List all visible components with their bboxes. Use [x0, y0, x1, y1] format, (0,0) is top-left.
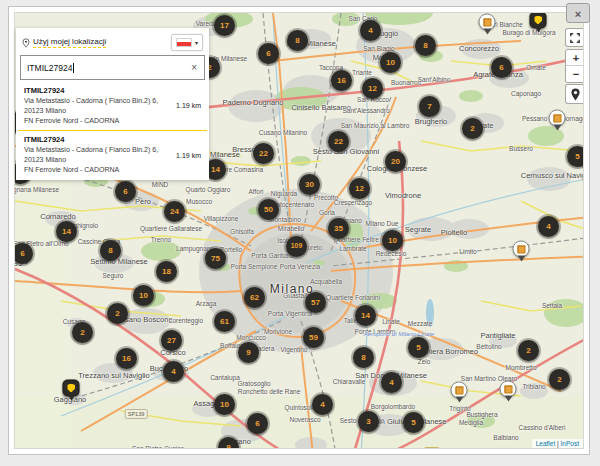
map-attribution: Leaflet | InPost: [532, 439, 583, 448]
locker-pin-marker[interactable]: [513, 240, 530, 257]
cluster-marker[interactable]: 10: [133, 285, 154, 306]
zoom-out-button[interactable]: −: [566, 66, 584, 82]
cluster-marker[interactable]: 5: [408, 337, 429, 358]
cluster-marker[interactable]: 4: [312, 394, 333, 415]
use-my-location-link[interactable]: Użyj mojej lokalizacji: [22, 37, 106, 48]
cluster-marker[interactable]: 4: [163, 361, 184, 382]
locker-pin-marker[interactable]: [549, 109, 566, 126]
pin-head: [63, 379, 80, 396]
map-town-label: Zelo: [418, 358, 431, 365]
cluster-marker[interactable]: 4: [538, 216, 559, 237]
cluster-marker[interactable]: 109: [286, 236, 307, 257]
cluster-marker[interactable]: 4: [381, 372, 402, 393]
cluster-marker[interactable]: 8: [287, 30, 308, 51]
cluster-marker[interactable]: 57: [305, 292, 326, 313]
cluster-marker[interactable]: 6: [258, 43, 279, 64]
cluster-marker[interactable]: 5: [403, 412, 424, 433]
cluster-marker[interactable]: 5: [567, 146, 584, 167]
zoom-in-button[interactable]: +: [566, 50, 584, 66]
cluster-count: 8: [108, 247, 112, 255]
cluster-marker[interactable]: 20: [385, 151, 406, 172]
cluster-count: 30: [305, 181, 314, 189]
search-result-item[interactable]: ITMIL27924 Via Metastasio - Cadorna ( Fi…: [18, 130, 207, 179]
locker-address: Via Metastasio - Cadorna ( Fianco Bin.2)…: [24, 96, 172, 125]
cluster-count: 59: [309, 334, 318, 342]
cluster-marker[interactable]: 50: [258, 199, 279, 220]
cluster-marker[interactable]: 2: [107, 303, 128, 324]
cluster-count: 5: [416, 344, 420, 352]
map-town-label: Segrate: [405, 225, 431, 234]
cluster-count: 6: [123, 188, 127, 196]
locker-pin-marker[interactable]: [479, 13, 496, 30]
cluster-marker[interactable]: 17: [214, 15, 235, 36]
cluster-marker[interactable]: 18: [156, 261, 177, 282]
map-town-label: Arzaga: [196, 300, 217, 307]
cluster-marker[interactable]: 59: [303, 327, 324, 348]
map-town-label: Moncucco: [236, 334, 266, 341]
map-town-label: Bettolino: [476, 343, 501, 350]
cluster-count: 6: [499, 64, 503, 72]
cluster-marker[interactable]: 16: [116, 348, 137, 369]
cluster-marker[interactable]: 2: [72, 322, 93, 343]
cluster-marker[interactable]: 30: [299, 174, 320, 195]
cluster-marker[interactable]: 8: [415, 35, 436, 56]
map-town-label: Pantigliate: [480, 331, 515, 340]
map-town-label: Porta Venezia: [280, 263, 320, 270]
locker-search-panel: Użyj mojej lokalizacji ▾ ITMIL27924 × IT…: [16, 28, 209, 180]
cluster-marker[interactable]: 12: [349, 178, 370, 199]
cluster-marker[interactable]: 27: [161, 330, 182, 351]
cluster-marker[interactable]: 7: [419, 96, 440, 117]
cluster-marker[interactable]: 22: [253, 143, 274, 164]
locker-pin-marker-dark[interactable]: [63, 379, 80, 396]
locker-pin-marker[interactable]: [500, 380, 517, 397]
cluster-marker[interactable]: 24: [164, 201, 185, 222]
map-town-label: Aeroporto di Milano-Linate: [364, 331, 434, 337]
provider-link[interactable]: InPost: [561, 440, 579, 447]
cluster-count: 5: [411, 419, 415, 427]
map-town-label: Bustighera: [466, 411, 497, 418]
locker-pin-marker[interactable]: [451, 381, 468, 398]
cluster-marker[interactable]: 6: [115, 181, 136, 202]
address-line-2: 20123 Milano: [24, 155, 172, 165]
cluster-marker[interactable]: 62: [244, 287, 265, 308]
cluster-count: 2: [80, 329, 84, 337]
cluster-count: 6: [255, 420, 259, 428]
fullscreen-button[interactable]: [565, 28, 584, 47]
cluster-marker[interactable]: 35: [328, 218, 349, 239]
cluster-marker[interactable]: 2: [462, 118, 483, 139]
cluster-marker[interactable]: 2: [518, 340, 539, 361]
cluster-marker[interactable]: 10: [380, 52, 401, 73]
show-locker-pins-button[interactable]: [565, 84, 584, 104]
cluster-count: 50: [264, 206, 273, 214]
cluster-marker[interactable]: 8: [100, 240, 121, 261]
cluster-count: 14: [211, 166, 220, 174]
cluster-marker[interactable]: 22: [328, 131, 349, 152]
parcel-locker-icon: [483, 18, 491, 26]
cluster-marker[interactable]: 6: [247, 413, 268, 434]
cluster-marker[interactable]: 8: [353, 347, 374, 368]
locker-search-input[interactable]: ITMIL27924 ×: [20, 55, 205, 80]
language-selector[interactable]: ▾: [171, 34, 203, 51]
cluster-marker[interactable]: 9: [238, 342, 259, 363]
pin-head: [530, 12, 547, 28]
cluster-marker[interactable]: 12: [362, 78, 383, 99]
cluster-marker[interactable]: 6: [14, 243, 33, 264]
cluster-marker[interactable]: 10: [214, 394, 235, 415]
cluster-marker[interactable]: 3: [358, 411, 379, 432]
zoom-control: + −: [565, 49, 584, 83]
clear-search-icon[interactable]: ×: [190, 62, 198, 73]
cluster-marker[interactable]: 16: [331, 70, 352, 91]
locker-pin-marker-dark[interactable]: [530, 12, 547, 28]
dialog-close-button[interactable]: ×: [566, 3, 590, 23]
search-result-item[interactable]: ITMIL27924 Via Metastasio - Cadorna ( Fi…: [18, 82, 207, 130]
cluster-marker[interactable]: 10: [382, 230, 403, 251]
cluster-marker[interactable]: 14: [56, 221, 77, 242]
cluster-marker[interactable]: 6: [491, 57, 512, 78]
leaflet-link[interactable]: Leaflet: [536, 440, 556, 447]
cluster-marker[interactable]: 4: [360, 20, 381, 41]
cluster-marker[interactable]: 2: [549, 369, 570, 390]
cluster-marker[interactable]: 14: [355, 305, 376, 326]
cluster-marker[interactable]: 75: [205, 248, 226, 269]
cluster-marker[interactable]: 61: [214, 311, 235, 332]
pin-head: [549, 109, 566, 126]
